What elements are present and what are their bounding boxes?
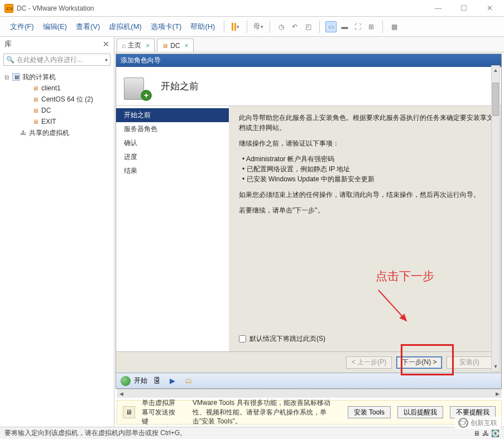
unity-icon[interactable]: ⊞ xyxy=(366,21,377,32)
tree-item-client1[interactable]: 🖥 client1 xyxy=(2,83,112,94)
previous-button: < 上一步(P) xyxy=(346,356,392,369)
view-console-icon[interactable]: ▭ xyxy=(325,21,337,32)
taskbar-explorer-icon[interactable]: 🗂 xyxy=(182,375,194,387)
scroll-up-icon[interactable]: ▲ xyxy=(492,66,500,75)
horizontal-scrollbar[interactable]: ◀ ▶ xyxy=(117,389,502,398)
library-sidebar: 库 ✕ 🔍 在此处键入内容进行... ▾ ⊟ 🖥 我的计算机 🖥 client1… xyxy=(0,37,114,427)
wizard-bullet: Administrator 帐户具有强密码 xyxy=(242,154,496,164)
scroll-down-icon[interactable]: ▼ xyxy=(492,362,500,371)
status-bar: 要将输入定向到该虚拟机，请在虚拟机内部单击或按 Ctrl+G。 🖥 🖧 💽 xyxy=(0,427,504,439)
vmware-logo-icon: ▭ xyxy=(4,4,13,13)
tree-item-centos[interactable]: 🖥 CentOS 64 位 (2) xyxy=(2,94,112,105)
guest-taskbar[interactable]: 开始 🗄 ▶ 🗂 xyxy=(116,373,501,388)
hint-text-click: 单击虚拟屏幕可发送按键 xyxy=(142,398,176,426)
document-tabs: ⌂ 主页 × 🖥 DC × xyxy=(114,37,504,52)
install-tools-button[interactable]: 安装 Tools xyxy=(348,406,391,418)
window-titlebar: ▭ DC - VMware Workstation — ☐ ✕ xyxy=(0,0,504,17)
svg-line-0 xyxy=(378,290,406,321)
next-button[interactable]: 下一步(N) > xyxy=(396,356,442,369)
menu-tabs[interactable]: 选项卡(T) xyxy=(147,21,185,33)
tree-shared-vms[interactable]: 🖧 共享的虚拟机 xyxy=(2,127,112,138)
start-label[interactable]: 开始 xyxy=(134,376,147,385)
window-title: DC - VMware Workstation xyxy=(17,4,430,12)
thumbnail-icon[interactable]: ▦ xyxy=(388,21,400,32)
wizard-step-nav: 开始之前 服务器角色 确认 进度 结果 xyxy=(116,106,229,351)
library-title: 库 xyxy=(4,39,12,49)
wizard-step-before[interactable]: 开始之前 xyxy=(116,108,229,122)
wizard-titlebar: 添加角色向导 xyxy=(116,54,501,67)
taskbar-powershell-icon[interactable]: ▶ xyxy=(166,375,179,387)
menu-vm[interactable]: 虚拟机(M) xyxy=(105,21,145,33)
content-area: ⌂ 主页 × 🖥 DC × 添加角色向导 + 开始之前 xyxy=(114,37,504,427)
manage-icon[interactable]: ◰ xyxy=(303,21,314,32)
tree-item-exit[interactable]: 🖥 EXIT xyxy=(2,116,112,127)
status-text: 要将输入定向到该虚拟机，请在虚拟机内部单击或按 Ctrl+G。 xyxy=(4,428,186,438)
skip-page-checkbox[interactable] xyxy=(239,335,246,342)
status-network-icon[interactable]: 🖧 xyxy=(482,430,489,437)
clock-icon[interactable]: ◷ xyxy=(276,21,287,32)
wizard-bullet: 已配置网络设置，例如静态 IP 地址 xyxy=(242,164,496,174)
tab-close-icon[interactable]: × xyxy=(146,42,150,50)
vm-icon: 🖥 xyxy=(31,118,39,126)
tab-home[interactable]: ⌂ 主页 × xyxy=(117,38,155,52)
server-role-icon: + xyxy=(124,73,151,100)
hint-text-tools: VMware Tools 具有很多功能，能改善鼠标移动性、视频和性能。请登录客户… xyxy=(193,398,341,426)
wizard-cancel-note: 如果您必须结束上述的任何操作，请取消此向导，结束操作，然后再次运行向导。 xyxy=(239,190,496,200)
vm-icon: 🖥 xyxy=(162,42,168,49)
status-device-icon[interactable]: 🖥 xyxy=(473,430,480,437)
library-search-input[interactable]: 🔍 在此处键入内容进行... ▾ xyxy=(3,54,111,66)
tree-item-dc[interactable]: 🖥 DC xyxy=(2,105,112,116)
wizard-bullet: 已安装 Windows Update 中的最新安全更新 xyxy=(242,174,496,184)
pause-icon[interactable]: ▾ xyxy=(230,21,241,32)
search-dropdown-icon[interactable]: ▾ xyxy=(105,57,108,63)
wizard-continue-note: 若要继续，请单击"下一步"。 xyxy=(239,205,496,215)
collapse-icon[interactable]: ⊟ xyxy=(4,74,10,80)
menu-edit[interactable]: 编辑(E) xyxy=(40,21,70,33)
close-button[interactable]: ✕ xyxy=(482,3,497,14)
vertical-scrollbar[interactable]: ▲ ▼ xyxy=(491,65,500,372)
tab-close-icon[interactable]: × xyxy=(185,42,189,50)
view-stretch-icon[interactable]: ▬ xyxy=(339,21,350,32)
scroll-right-icon[interactable]: ▶ xyxy=(493,389,502,398)
vm-icon: 🖥 xyxy=(31,107,39,114)
home-icon: ⌂ xyxy=(122,42,126,50)
search-icon: 🔍 xyxy=(6,56,15,64)
wizard-step-progress[interactable]: 进度 xyxy=(116,150,229,164)
menubar: 文件(F) 编辑(E) 查看(V) 虚拟机(M) 选项卡(T) 帮助(H) ▾ … xyxy=(0,17,504,37)
wizard-step-results[interactable]: 结果 xyxy=(116,164,229,178)
scroll-left-icon[interactable]: ◀ xyxy=(117,389,126,398)
library-tree: ⊟ 🖥 我的计算机 🖥 client1 🖥 CentOS 64 位 (2) 🖥 … xyxy=(0,68,114,142)
wizard-verify-lead: 继续操作之前，请验证以下事项： xyxy=(239,138,496,148)
shared-icon: 🖧 xyxy=(19,129,27,137)
wizard-heading: 开始之前 xyxy=(161,80,199,93)
menu-help[interactable]: 帮助(H) xyxy=(187,21,218,33)
scroll-thumb[interactable] xyxy=(492,83,499,116)
minimize-button[interactable]: — xyxy=(430,3,446,14)
maximize-button[interactable]: ☐ xyxy=(456,3,472,14)
status-disk-icon[interactable]: 💽 xyxy=(491,430,500,437)
watermark-logo-icon: CX xyxy=(458,418,468,428)
wizard-button-row: < 上一步(P) 下一步(N) > 安装(I) xyxy=(116,351,501,373)
start-orb-icon[interactable] xyxy=(121,376,131,386)
fullscreen-icon[interactable]: ⛶ xyxy=(352,21,363,32)
hint-bar: 🖥 单击虚拟屏幕可发送按键 VMware Tools 具有很多功能，能改善鼠标移… xyxy=(117,400,502,424)
skip-page-label: 默认情况下将跳过此页(S) xyxy=(249,334,325,344)
watermark: CX 创新互联 xyxy=(455,417,501,429)
taskbar-server-manager-icon[interactable]: 🗄 xyxy=(151,375,163,387)
wizard-step-roles[interactable]: 服务器角色 xyxy=(116,122,229,136)
menu-view[interactable]: 查看(V) xyxy=(73,21,103,33)
snapshot-icon[interactable]: 母▾ xyxy=(253,21,264,32)
menu-file[interactable]: 文件(F) xyxy=(7,21,37,33)
tab-dc[interactable]: 🖥 DC × xyxy=(157,38,193,52)
hint-icon: 🖥 xyxy=(123,406,135,418)
remind-later-button[interactable]: 以后提醒我 xyxy=(397,406,443,418)
wizard-content: 此向导帮助您在此服务器上安装角色。根据要求此服务器执行的任务来确定要安装享文档或… xyxy=(229,106,501,351)
annotation-text: 点击下一步 xyxy=(376,268,434,286)
wizard-intro-text: 此向导帮助您在此服务器上安装角色。根据要求此服务器执行的任务来确定要安装享文档或… xyxy=(239,113,496,133)
tree-my-computer[interactable]: ⊟ 🖥 我的计算机 xyxy=(2,71,112,83)
wizard-step-confirm[interactable]: 确认 xyxy=(116,136,229,150)
revert-icon[interactable]: ↶ xyxy=(289,21,300,32)
vm-viewport[interactable]: 添加角色向导 + 开始之前 开始之前 服务器角色 确认 进度 结果 xyxy=(116,54,502,389)
library-close-icon[interactable]: ✕ xyxy=(103,40,109,49)
computer-icon: 🖥 xyxy=(12,73,20,81)
